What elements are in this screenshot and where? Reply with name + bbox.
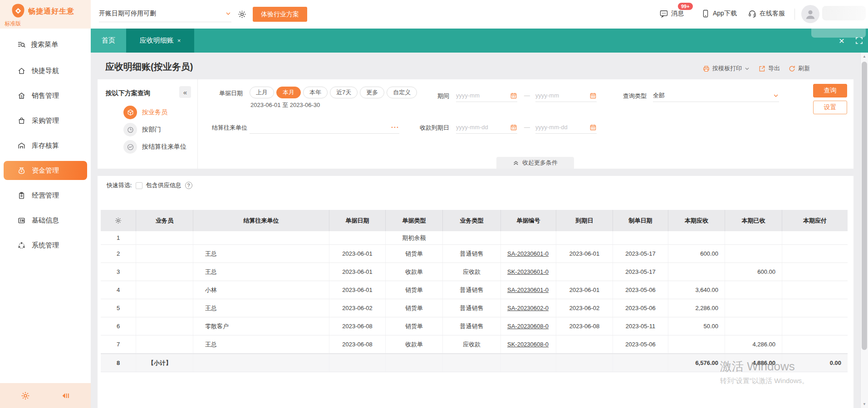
calendar-icon[interactable] [589, 124, 597, 131]
table-cell: 应收款 [443, 263, 501, 281]
collapse-more-conditions-button[interactable]: 收起更多条件 [496, 157, 574, 169]
sidebar-item-inventory[interactable]: 库存核算 [0, 133, 91, 158]
calendar-icon[interactable] [510, 124, 517, 131]
id-card-icon [17, 216, 26, 225]
column-settings-gear-icon[interactable] [101, 210, 136, 231]
fullscreen-icon[interactable] [855, 37, 863, 44]
pill-this-year[interactable]: 本年 [303, 87, 328, 98]
table-row[interactable]: 1期初余额 [101, 231, 848, 245]
period-to-input[interactable] [535, 92, 589, 99]
due-to-input[interactable] [535, 124, 589, 131]
table-cell [782, 263, 848, 281]
document-number-link[interactable]: SA-20230608-0 [507, 323, 549, 330]
sidebar-item-system[interactable]: 系统管理 [0, 233, 91, 258]
export-button[interactable]: 导出 [758, 64, 780, 73]
settle-unit-input[interactable] [250, 124, 391, 131]
table-cell: 普通销售 [443, 299, 501, 317]
table-cell [782, 281, 848, 299]
table-cell [782, 245, 848, 262]
table-row[interactable]: 6零散客户2023-06-08销货单普通销售SA-20230608-02023-… [101, 317, 848, 335]
calendar-icon[interactable] [510, 92, 517, 99]
period-from-input[interactable] [456, 92, 510, 99]
table-cell: 3 [101, 263, 136, 281]
document-number-link[interactable]: SA-20230602-0 [507, 305, 549, 311]
table-cell: 销货单 [386, 281, 443, 299]
page-title: 应收明细账(按业务员) [105, 61, 193, 73]
table-cell: 销货单 [386, 245, 443, 262]
chevron-down-icon [225, 10, 231, 17]
trend-chart-icon [123, 140, 137, 154]
table-cell: 2023-06-01 [556, 245, 613, 262]
table-row[interactable]: 5王总2023-06-02销货单普通销售SA-20230602-02023-06… [101, 299, 848, 317]
chevron-down-icon[interactable] [744, 66, 750, 72]
user-avatar[interactable] [801, 5, 819, 23]
tab-close-icon[interactable]: × [177, 37, 181, 44]
table-cell [725, 245, 782, 262]
tab-receivable-detail[interactable]: 应收明细账 × [126, 29, 194, 53]
tab-bar: 首页 应收明细账 × × [91, 29, 868, 53]
table-cell: 3,640.00 [668, 281, 725, 299]
table-row[interactable]: 3王总2023-06-01收款单应收款SK-20230601-02023-05-… [101, 263, 848, 281]
pill-last-7-days[interactable]: 近7天 [330, 87, 358, 98]
account-set-select[interactable]: 开账日期可停用可删 [99, 10, 231, 22]
sidebar-search-menu[interactable]: 搜索菜单 [0, 34, 91, 55]
table-cell: 2,286.00 [668, 299, 725, 317]
table-cell: 2023-06-01 [329, 281, 386, 299]
table-row[interactable]: 2王总2023-06-01销货单普通销售SA-20230601-02023-06… [101, 245, 848, 263]
sidebar-item-label: 采购管理 [32, 117, 59, 125]
sidebar-item-purchase[interactable]: 采购管理 [0, 108, 91, 133]
sidebar-nav: 快捷导航 $ 销售管理 采购管理 库存核算 ¥ 资金管理 经营管理 [0, 58, 91, 258]
scheme-by-salesperson[interactable]: 按业务员 [123, 106, 167, 119]
table-cell: 1 [101, 231, 136, 244]
table-row[interactable]: 7王总2023-06-08收款单应收款SK-20230608-02023-05-… [101, 335, 848, 354]
collapse-scheme-panel-button[interactable]: « [179, 86, 191, 98]
sidebar-item-sales[interactable]: $ 销售管理 [0, 83, 91, 108]
more-options-ellipsis[interactable]: ··· [391, 123, 399, 131]
vertical-scrollbar[interactable]: ▲ ▼ [860, 53, 868, 408]
trial-industry-solution-button[interactable]: 体验行业方案 [253, 7, 307, 22]
refresh-button[interactable]: 刷新 [788, 64, 810, 73]
due-from-input[interactable] [456, 124, 510, 131]
scheme-by-department[interactable]: 按部门 [123, 123, 161, 136]
scroll-down-arrow-icon[interactable]: ▼ [861, 402, 868, 406]
pill-more[interactable]: 更多 [360, 87, 384, 98]
sidebar-item-operations[interactable]: 经营管理 [0, 183, 91, 208]
document-number-link[interactable]: SK-20230601-0 [507, 268, 549, 275]
tab-home[interactable]: 首页 [91, 29, 126, 53]
account-settings-gear-icon[interactable] [237, 10, 247, 19]
pill-last-month[interactable]: 上月 [250, 87, 274, 98]
settings-gear-icon[interactable] [20, 391, 30, 401]
sidebar-item-funds[interactable]: ¥ 资金管理 [4, 161, 87, 180]
help-icon[interactable]: ? [185, 182, 192, 189]
scheme-label: 按结算往来单位 [142, 143, 186, 151]
table-row[interactable]: 4小林2023-06-01销货单普通销售SA-20230601-02023-06… [101, 281, 848, 299]
search-button[interactable]: 查询 [813, 84, 847, 97]
document-number-link[interactable]: SA-20230601-0 [507, 287, 549, 293]
svg-text:¥: ¥ [21, 170, 23, 173]
shopping-bag-icon [17, 117, 26, 125]
column-header: 业务员 [136, 210, 193, 231]
scrollbar-thumb[interactable] [862, 62, 867, 350]
table-cell: 2023-05-06 [613, 299, 668, 317]
close-all-tabs-icon[interactable]: × [836, 29, 848, 53]
pill-this-month[interactable]: 本月 [276, 87, 301, 98]
include-supplier-checkbox[interactable] [136, 182, 142, 189]
app-download-button[interactable]: App下载 [701, 9, 737, 18]
document-number-link[interactable]: SA-20230601-0 [507, 250, 549, 257]
query-type-select[interactable]: 全部 [653, 89, 779, 102]
sidebar-item-quick-nav[interactable]: 快捷导航 [0, 58, 91, 83]
table-cell: 2023-06-08 [329, 335, 386, 353]
clipboard-icon [17, 191, 26, 200]
document-number-link[interactable]: SK-20230608-0 [507, 341, 549, 348]
collapse-sidebar-icon[interactable] [60, 391, 70, 401]
sidebar-item-base-info[interactable]: 基础信息 [0, 208, 91, 233]
online-support-button[interactable]: 在线客服 [748, 9, 785, 18]
scheme-by-settle-unit[interactable]: 按结算往来单位 [123, 140, 186, 154]
scroll-up-arrow-icon[interactable]: ▲ [861, 54, 868, 58]
print-by-template-button[interactable]: 按模板打印 [702, 64, 750, 73]
table-cell: 王总 [193, 245, 329, 262]
filter-panel: 按以下方案查询 « 按业务员 按部门 按结算往来单位 单据日期 上月 本月 本年 [98, 79, 853, 169]
settings-button[interactable]: 设置 [813, 101, 847, 114]
table-cell: 销货单 [386, 299, 443, 317]
calendar-icon[interactable] [589, 92, 597, 99]
